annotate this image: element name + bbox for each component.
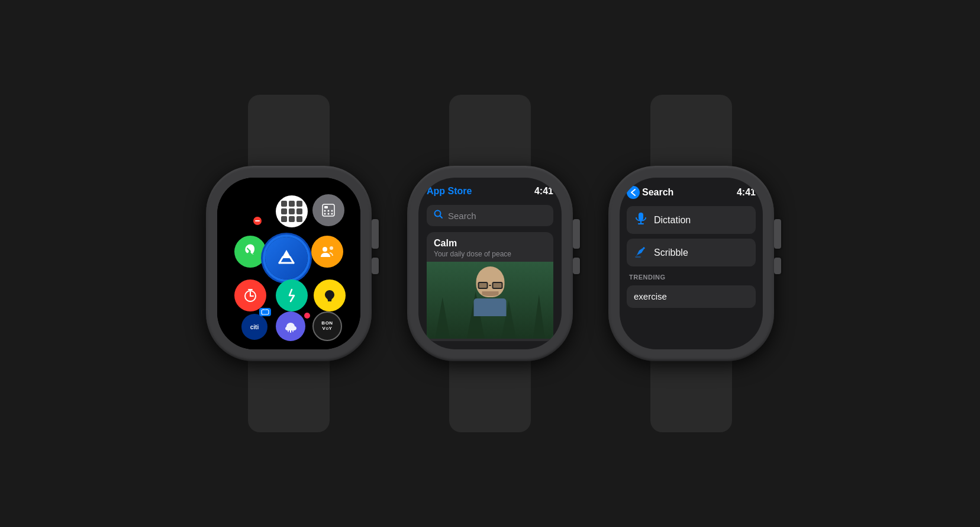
band-top-3	[650, 95, 732, 166]
watch-body-2: App Store 4:41 Search	[407, 95, 573, 432]
app-store-time: 4:41	[534, 186, 553, 197]
watch-crown-3[interactable]	[774, 219, 781, 249]
app-icon-robinhood[interactable]	[276, 279, 308, 311]
dictation-menu-item[interactable]: Dictation	[627, 206, 756, 234]
app-icon-timer[interactable]	[234, 279, 266, 311]
svg-point-4	[328, 210, 330, 212]
featured-app-name: Calm	[434, 238, 546, 249]
trending-term-exercise: exercise	[634, 291, 667, 301]
scribble-menu-item[interactable]: Scribble	[627, 239, 756, 266]
scribble-icon	[634, 245, 648, 261]
microphone-icon	[634, 212, 648, 228]
band-top-1	[248, 95, 330, 166]
app-icon-cloud[interactable]	[276, 311, 305, 341]
band-bottom-3	[650, 361, 732, 432]
watch-body-3: Search 4:41	[608, 95, 774, 432]
watch-3: Search 4:41	[608, 95, 774, 432]
trending-exercise-item[interactable]: exercise	[627, 285, 756, 308]
app-icon-marriott[interactable]: BON VOY	[312, 311, 342, 341]
watch-case-2: App Store 4:41 Search	[407, 166, 573, 361]
app-store-screen: App Store 4:41 Search	[418, 178, 562, 349]
svg-point-8	[331, 213, 333, 215]
dictation-time: 4:41	[737, 187, 756, 198]
svg-rect-26	[639, 213, 643, 220]
watch-2: App Store 4:41 Search	[407, 95, 573, 432]
band-top-2	[449, 95, 531, 166]
watch-case-3: Search 4:41	[608, 166, 774, 361]
app-icon-friends[interactable]	[311, 236, 343, 268]
dictation-screen: Search 4:41	[620, 178, 763, 349]
watch-button-3[interactable]	[774, 258, 781, 274]
notification-dot-2	[304, 313, 310, 319]
svg-point-6	[324, 213, 326, 215]
app-icon-grid[interactable]	[276, 195, 308, 227]
scribble-label: Scribble	[654, 248, 688, 258]
app-card-info: Calm Your daily dose of peace	[427, 232, 553, 262]
search-back-header: Search 4:41	[627, 186, 756, 199]
featured-app-card[interactable]: Calm Your daily dose of peace	[427, 232, 553, 341]
back-chevron-icon	[627, 186, 640, 199]
back-button[interactable]: Search	[627, 186, 673, 199]
band-bottom-2	[449, 361, 531, 432]
app-grid: citi	[224, 184, 354, 343]
svg-line-25	[440, 216, 443, 218]
watch-button-2[interactable]	[573, 258, 580, 274]
svg-point-12	[323, 247, 327, 252]
search-placeholder-text: Search	[448, 211, 476, 221]
app-icon-calculator[interactable]	[312, 194, 344, 226]
search-icon	[434, 210, 443, 221]
band-bottom-1	[248, 361, 330, 432]
dictation-label: Dictation	[654, 215, 691, 226]
watch-crown-2[interactable]	[573, 219, 580, 249]
app-icon-hearing[interactable]	[314, 279, 346, 311]
watch-case-1: citi	[206, 166, 372, 361]
app-icon-citi[interactable]: citi	[241, 314, 267, 340]
app-store-title: App Store	[427, 186, 472, 197]
app-grid-screen: citi	[217, 178, 360, 349]
app-icon-phone[interactable]	[234, 236, 266, 268]
watch-button-1[interactable]	[372, 258, 379, 274]
svg-point-5	[331, 210, 333, 212]
search-back-label: Search	[642, 187, 673, 198]
search-bar[interactable]: Search	[427, 205, 553, 226]
featured-app-desc: Your daily dose of peace	[434, 250, 546, 258]
featured-app-image	[427, 262, 553, 339]
watch-screen-3: Search 4:41	[620, 178, 763, 349]
notification-dot	[253, 217, 262, 225]
app-icon-appstore[interactable]	[265, 237, 308, 279]
app-store-header: App Store 4:41	[427, 186, 553, 197]
svg-rect-21	[262, 310, 269, 314]
watch-crown-1[interactable]	[372, 219, 379, 249]
svg-point-13	[330, 246, 333, 250]
svg-rect-2	[324, 206, 328, 208]
watch-body-1: citi	[206, 95, 372, 432]
trending-section-label: TRENDING	[627, 274, 756, 281]
svg-point-3	[324, 210, 326, 212]
watch-mini-icon	[259, 308, 271, 316]
watch-screen-2: App Store 4:41 Search	[418, 178, 562, 349]
watch-1: citi	[206, 95, 372, 432]
svg-point-7	[328, 213, 330, 215]
watch-screen-1: citi	[217, 178, 360, 349]
